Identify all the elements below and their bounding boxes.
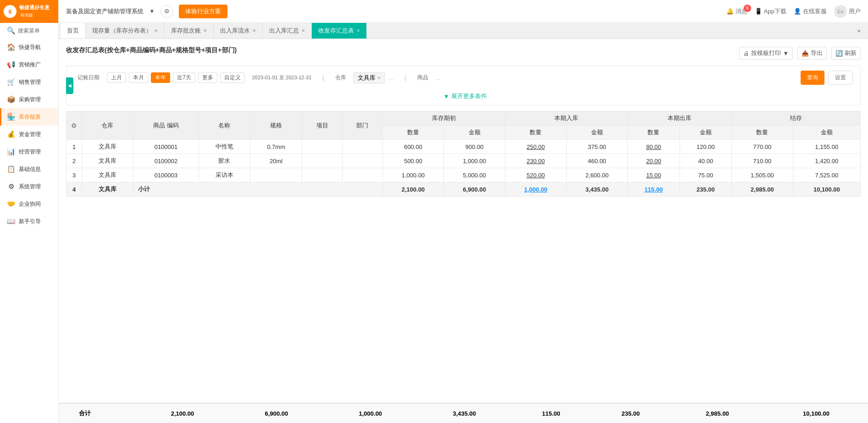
sidebar-item-guide[interactable]: 📖 新手引导 <box>0 213 58 230</box>
system-dropdown[interactable]: ▼ <box>149 8 155 15</box>
subtotal-out-qty: 115.00 <box>628 182 680 197</box>
row1-close-qty: 770.00 <box>732 140 793 154</box>
tab-close-collect-summary[interactable]: × <box>357 27 360 34</box>
messages-button[interactable]: 🔔 消息 6 <box>726 7 747 16</box>
col-spec-header: 规格 <box>250 111 302 140</box>
tab-close-inventory-dist[interactable]: × <box>155 27 158 34</box>
warehouse-tag-close[interactable]: × <box>377 74 381 81</box>
expand-filter-button[interactable]: ▼ 展开更多条件 <box>443 92 487 100</box>
query-button[interactable]: 查询 <box>801 71 824 85</box>
subtotal-open-qty: 2,100.00 <box>382 182 444 197</box>
row1-in-qty[interactable]: 250.00 <box>505 140 567 154</box>
filter-btn-7days[interactable]: 近7天 <box>173 72 195 83</box>
sidebar-item-system[interactable]: ⚙ 系统管理 <box>0 178 58 195</box>
date-range-display: 2023-01-01 至 2023-12-31 <box>252 74 312 81</box>
user-menu-button[interactable]: Ea 用户 <box>834 5 861 18</box>
header-left: 装备及固定资产辅助管理系统 ▼ ⚙ 体验行业方案 <box>66 5 227 18</box>
col-settings-header[interactable]: ⚙ <box>66 111 82 140</box>
sidebar-item-basic[interactable]: 📋 基础信息 <box>0 160 58 178</box>
row3-out-qty[interactable]: 15.00 <box>628 168 680 182</box>
column-settings-icon[interactable]: ⚙ <box>71 122 77 129</box>
finance-icon: 💰 <box>7 130 15 138</box>
chevron-down-icon: ▼ <box>149 8 155 15</box>
tab-bar: 首页 现存量（库存分布表） × 库存批次账 × 出入库流水 × 出入库汇总 × … <box>59 23 868 39</box>
row2-out-qty[interactable]: 20.00 <box>628 154 680 168</box>
top-header: 装备及固定资产辅助管理系统 ▼ ⚙ 体验行业方案 🔔 消息 6 📱 App下载 … <box>59 0 868 23</box>
data-table: ⚙ 仓库 商品 编码 名称 规格 项目 部门 库存期初 本期入库 本期出库 结存 <box>66 111 861 197</box>
tab-batch[interactable]: 库存批次账 × <box>165 23 214 38</box>
filter-btn-more[interactable]: 更多 <box>198 72 217 83</box>
date-filter-group: 上月 本月 本年 近7天 更多 自定义 <box>107 72 245 83</box>
row3-no: 3 <box>66 168 82 182</box>
filter-settings-button[interactable]: 设置 <box>828 71 853 85</box>
warehouse-ellipsis[interactable]: ... <box>388 74 393 81</box>
total-in-amt: 3,435.00 <box>417 407 511 420</box>
tab-bar-close[interactable]: × <box>851 24 866 38</box>
filter-btn-last-month[interactable]: 上月 <box>107 72 126 83</box>
row3-open-amt: 5,000.00 <box>444 168 505 182</box>
settings-button[interactable]: ⚙ <box>160 5 173 18</box>
tab-home[interactable]: 首页 <box>61 23 86 38</box>
col-in-amt-header: 金额 <box>566 126 628 140</box>
tab-collect-summary[interactable]: 收发存汇总表 × <box>312 23 367 38</box>
sidebar-item-operations[interactable]: 📊 经营管理 <box>0 143 58 160</box>
trial-button[interactable]: 体验行业方案 <box>179 5 227 18</box>
subtotal-in-amt: 3,435.00 <box>566 182 628 197</box>
sidebar-item-quick-nav[interactable]: 🏠 快捷导航 <box>0 38 58 56</box>
row2-open-qty: 500.00 <box>382 154 444 168</box>
sidebar-logo: 6 畅捷通好生意 标准版 <box>0 0 58 23</box>
col-dept-header: 部门 <box>343 111 383 140</box>
bell-icon: 🔔 <box>726 8 734 15</box>
tab-close-batch[interactable]: × <box>204 27 207 34</box>
row2-project <box>302 154 343 168</box>
goods-filter-label: 商品 <box>417 74 428 82</box>
export-button[interactable]: 📤 导出 <box>797 47 827 60</box>
filter-toggle-button[interactable]: ◀ <box>66 77 73 94</box>
online-service-button[interactable]: 👤 在线客服 <box>794 7 827 16</box>
row3-in-qty[interactable]: 520.00 <box>505 168 567 182</box>
sidebar-item-sales[interactable]: 🛒 销售管理 <box>0 73 58 91</box>
row1-no: 1 <box>66 140 82 154</box>
marketing-icon: 📢 <box>7 60 15 69</box>
row1-in-amt: 375.00 <box>566 140 628 154</box>
tab-inout-summary[interactable]: 出入库汇总 × <box>263 23 312 38</box>
sidebar-item-inventory[interactable]: 🏪 库存核算 <box>0 108 58 126</box>
subtotal-close-amt: 10,100.00 <box>793 182 860 197</box>
app-download-button[interactable]: 📱 App下载 <box>755 7 786 16</box>
row1-project <box>302 140 343 154</box>
row2-in-qty[interactable]: 230.00 <box>505 154 567 168</box>
print-button[interactable]: 🖨 按模板打印 ▼ <box>739 47 793 60</box>
print-icon: 🖨 <box>743 50 749 57</box>
subtotal-warehouse: 文具库 <box>82 182 133 197</box>
refresh-button[interactable]: 🔄 刷新 <box>831 47 861 60</box>
tab-inout-flow[interactable]: 出入库流水 × <box>214 23 263 38</box>
sidebar-item-finance[interactable]: 💰 资金管理 <box>0 126 58 143</box>
sidebar-item-search[interactable]: 🔍 搜索菜单 <box>0 23 58 38</box>
filter-btn-custom[interactable]: 自定义 <box>220 72 245 83</box>
table-row: 1 文具库 0100001 中性笔 0.7mm 600.00 900.00 25… <box>66 140 861 154</box>
row1-warehouse: 文具库 <box>82 140 133 154</box>
logo-text: 畅捷通好生意 标准版 <box>19 4 50 19</box>
row3-close-qty: 1,505.00 <box>732 168 793 182</box>
row1-open-amt: 900.00 <box>444 140 505 154</box>
filter-btn-this-month[interactable]: 本月 <box>129 72 148 83</box>
row2-close-amt: 1,420.00 <box>793 154 860 168</box>
row3-spec <box>250 168 302 182</box>
total-close-amt: 10,100.00 <box>764 407 868 420</box>
tab-inventory-dist[interactable]: 现存量（库存分布表） × <box>86 23 165 38</box>
warehouse-filter-group: 文具库 × ... <box>354 72 393 83</box>
sidebar-item-enterprise[interactable]: 🤝 企业协同 <box>0 195 58 213</box>
tab-close-inout-flow[interactable]: × <box>253 27 256 34</box>
row1-name: 中性笔 <box>199 140 250 154</box>
row1-dept <box>343 140 383 154</box>
total-in-qty: 1,000.00 <box>323 407 417 420</box>
operations-icon: 📊 <box>7 148 15 156</box>
row3-name: 采访本 <box>199 168 250 182</box>
sidebar-item-purchase[interactable]: 📦 采购管理 <box>0 91 58 108</box>
filter-btn-this-year[interactable]: 本年 <box>151 72 170 83</box>
tab-close-inout-summary[interactable]: × <box>302 27 305 34</box>
sidebar-item-marketing[interactable]: 📢 营销推广 <box>0 56 58 73</box>
row1-out-qty[interactable]: 80.00 <box>628 140 680 154</box>
chevron-down-print-icon: ▼ <box>783 50 789 57</box>
goods-ellipsis[interactable]: ... <box>436 74 441 81</box>
